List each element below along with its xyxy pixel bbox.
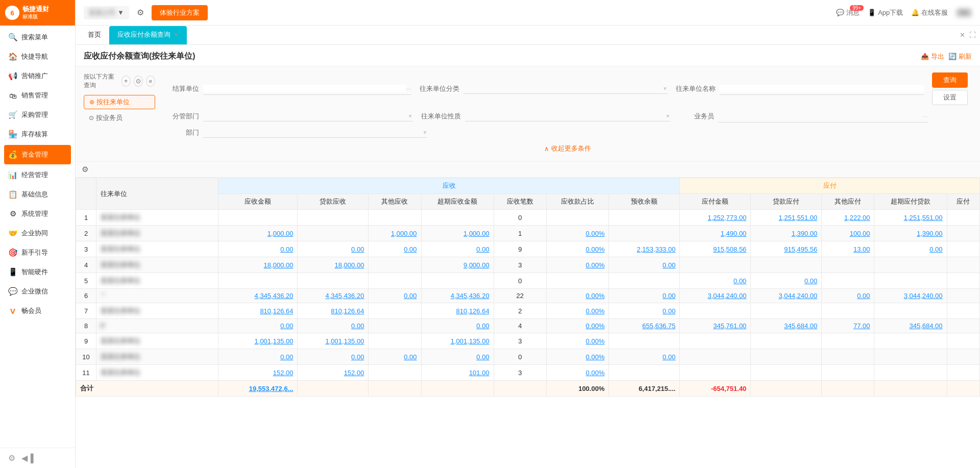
cell-ar-ratio bbox=[546, 273, 609, 289]
close-window-icon[interactable]: ✕ bbox=[960, 31, 965, 39]
footer-ar-amount: 19,553,472,6... bbox=[218, 381, 298, 397]
sidebar-item-member[interactable]: V 畅会员 bbox=[0, 301, 75, 321]
col-ar-overdue-header: 超期应收金额 bbox=[421, 194, 494, 210]
cell-ar-overdue: 0.00 bbox=[421, 319, 494, 333]
cell-ar-ratio: 0.00% bbox=[546, 319, 609, 333]
maximize-icon[interactable]: ⛶ bbox=[969, 31, 976, 39]
cell-ap-amount bbox=[680, 365, 751, 381]
cell-ap-overdue: 1,251,551.00 bbox=[874, 210, 947, 226]
query-button[interactable]: 查询 bbox=[932, 72, 968, 88]
sidebar-item-collab[interactable]: 🤝 企业协同 bbox=[0, 224, 75, 243]
message-icon: 💬 bbox=[836, 9, 844, 16]
cell-ap-loan: 1,390.00 bbox=[751, 226, 822, 241]
footer-ar-ratio: 100.00% bbox=[546, 381, 609, 397]
cell-ar-ratio: 0.00% bbox=[546, 349, 609, 365]
cell-ar-count: 0 bbox=[494, 349, 546, 365]
inventory-icon: 🏪 bbox=[8, 130, 17, 139]
table-container[interactable]: 往来单位 应收 应付 应收金额 贷款应收 其他应收 超期应收金额 应收笔数 应收… bbox=[76, 178, 980, 468]
filter-nav-by-partner[interactable]: ⊕ 按往来单位 bbox=[84, 95, 155, 109]
partner-name-input[interactable] bbox=[720, 85, 924, 92]
scheme-add-button[interactable]: + bbox=[121, 76, 131, 87]
sidebar-item-label: 企业协同 bbox=[21, 229, 48, 238]
sidebar-item-system[interactable]: ⚙ 系统管理 bbox=[0, 204, 75, 224]
cell-ap-other: 77.00 bbox=[822, 319, 874, 333]
filter-nav-by-salesman[interactable]: ⊙ 按业务员 bbox=[84, 111, 155, 125]
tab-close-icon[interactable]: ✕ bbox=[174, 31, 179, 38]
table-row: 4某某往来单位18,000.0018,000.009,000.0030.00%0… bbox=[76, 257, 980, 273]
cell-partner: P bbox=[96, 319, 218, 333]
search-icon: 🔍 bbox=[8, 33, 17, 42]
collapse-filter-button[interactable]: ∧ 收起更多条件 bbox=[544, 142, 591, 155]
chevron-down-cat-icon: ▼ bbox=[663, 86, 668, 91]
col-no-header bbox=[76, 178, 96, 210]
cell-ar-ratio: 0.00% bbox=[546, 241, 609, 257]
scheme-label: 按以下方案查询 bbox=[84, 72, 118, 90]
export-icon: 📤 bbox=[921, 53, 929, 60]
cell-ar-overdue: 1,001,135.00 bbox=[421, 333, 494, 349]
table-footer-row: 合计 19,553,472,6... 100.00% 6,417,215....… bbox=[76, 381, 980, 397]
company-selector[interactable]: 某某公司 ▼ bbox=[84, 6, 129, 19]
cell-ap-loan bbox=[751, 333, 822, 349]
cell-prepaid: 655,636.75 bbox=[609, 319, 680, 333]
sidebar-item-label: 畅会员 bbox=[21, 306, 41, 315]
online-service-button[interactable]: 🔔 在线客服 bbox=[911, 8, 948, 17]
sidebar-item-wechat[interactable]: 💬 企业微信 bbox=[0, 282, 75, 301]
cell-ar-overdue: 810,126.64 bbox=[421, 303, 494, 319]
cell-ap-amount: 915,508.56 bbox=[680, 241, 751, 257]
sidebar-item-hardware[interactable]: 📱 智能硬件 bbox=[0, 262, 75, 282]
sidebar-item-search[interactable]: 🔍 搜索菜单 bbox=[0, 28, 75, 47]
dots-icon-2: ··· bbox=[922, 112, 928, 120]
footer-ap-more bbox=[947, 381, 979, 397]
cell-ar-loan: 810,126.64 bbox=[298, 303, 369, 319]
tab-home[interactable]: 首页 bbox=[80, 26, 109, 44]
table-row: 6⌃4,345,436.204,345,436.200.004,345,436.… bbox=[76, 289, 980, 303]
settings-bottom-icon[interactable]: ⚙ bbox=[8, 453, 15, 463]
sidebar-item-operation[interactable]: 📊 经营管理 bbox=[0, 165, 75, 185]
sidebar-item-finance[interactable]: 💰 资金管理 bbox=[4, 145, 71, 164]
refresh-button[interactable]: 🔄 刷新 bbox=[948, 52, 972, 61]
cell-ap-more bbox=[947, 241, 979, 257]
cell-partner: 某某往来单位 bbox=[96, 241, 218, 257]
col-ar-group-header: 应收 bbox=[218, 178, 680, 194]
dept-label: 部门 bbox=[163, 128, 199, 137]
sidebar-item-guide[interactable]: 🎯 新手引导 bbox=[0, 243, 75, 262]
sidebar-item-basic[interactable]: 📋 基础信息 bbox=[0, 185, 75, 204]
sidebar-item-quicknav[interactable]: 🏠 快捷导航 bbox=[0, 47, 75, 66]
col-ap-other-header: 其他应付 bbox=[822, 194, 874, 210]
col-ar-ratio-header: 应收款占比 bbox=[546, 194, 609, 210]
collapse-label: 收起更多条件 bbox=[551, 144, 591, 153]
member-icon: V bbox=[8, 307, 17, 315]
scheme-settings-button[interactable]: ⊙ bbox=[134, 76, 143, 87]
dots-icon-1: ··· bbox=[406, 85, 411, 92]
settings-button[interactable]: 设置 bbox=[932, 90, 968, 105]
cell-ap-more bbox=[947, 257, 979, 273]
sidebar-item-purchase[interactable]: 🛒 采购管理 bbox=[0, 105, 75, 125]
basic-icon: 📋 bbox=[8, 190, 17, 199]
chevron-down-dept-icon: ▼ bbox=[408, 113, 413, 119]
solution-button[interactable]: 体验行业方案 bbox=[152, 5, 208, 20]
cell-ar-amount: 1,000.00 bbox=[218, 226, 298, 241]
scheme-collapse-button[interactable]: « bbox=[146, 76, 155, 87]
user-avatar-button[interactable]: Rit bbox=[956, 8, 972, 17]
cell-ap-other: 0.00 bbox=[822, 289, 874, 303]
service-icon: 🔔 bbox=[911, 9, 919, 16]
app-download-button[interactable]: 📱 App下载 bbox=[868, 8, 903, 17]
table-settings-icon[interactable]: ⚙ bbox=[82, 165, 88, 174]
collapse-bottom-icon[interactable]: ◀▐ bbox=[21, 453, 33, 463]
cell-ar-loan: 0.00 bbox=[298, 349, 369, 365]
export-button[interactable]: 📤 导出 bbox=[921, 52, 944, 61]
cell-ar-amount: 0.00 bbox=[218, 349, 298, 365]
sidebar-item-sales[interactable]: 🛍 销售管理 bbox=[0, 86, 75, 105]
settlement-unit-input[interactable] bbox=[203, 85, 406, 92]
cell-ar-ratio: 0.00% bbox=[546, 333, 609, 349]
cell-ap-amount bbox=[680, 349, 751, 365]
header-gear-button[interactable]: ⚙ bbox=[133, 6, 148, 20]
tab-query[interactable]: 应收应付余额查询 ✕ bbox=[109, 26, 187, 44]
cell-ar-other: 0.00 bbox=[369, 349, 421, 365]
sidebar-item-inventory[interactable]: 🏪 库存核算 bbox=[0, 125, 75, 144]
header-right: 💬 消息 99+ 📱 App下载 🔔 在线客服 Rit bbox=[836, 8, 972, 17]
sidebar-item-marketing[interactable]: 📢 营销推广 bbox=[0, 66, 75, 86]
message-button[interactable]: 💬 消息 99+ bbox=[836, 8, 860, 17]
cell-partner: 某某往来单位 bbox=[96, 273, 218, 289]
settlement-unit-field: 结算单位 ··· bbox=[163, 83, 411, 95]
